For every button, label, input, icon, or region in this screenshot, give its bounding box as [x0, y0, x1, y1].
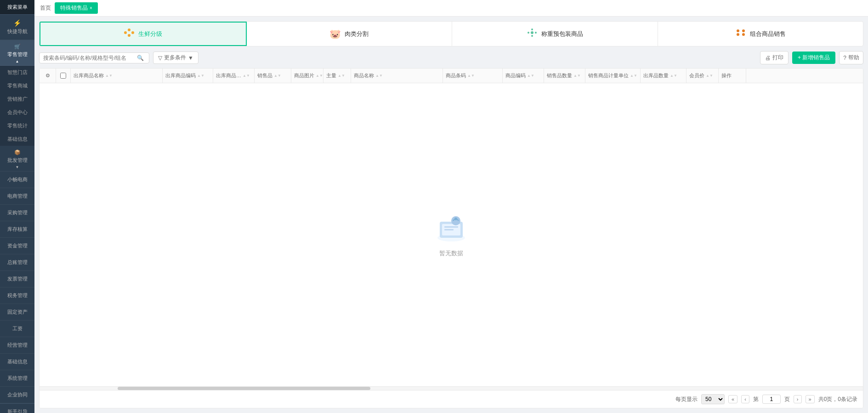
sidebar-item-purchase-mgmt[interactable]: 采购管理: [0, 205, 34, 221]
topbar-active-tab[interactable]: 特殊销售品 ×: [55, 2, 98, 14]
th-sale[interactable]: 销售品 ▲▼: [255, 69, 291, 83]
search-box[interactable]: 🔍: [39, 52, 149, 63]
th-barcode-sort[interactable]: ▲▼: [467, 74, 475, 78]
category-tab-combo[interactable]: 组合商品销售: [658, 22, 863, 46]
sidebar-item-general-ledger[interactable]: 总账管理: [0, 254, 34, 271]
filter-button[interactable]: ▽ 更多条件 ▼: [153, 52, 199, 64]
th-editcode[interactable]: 商品编码 ▲▼: [503, 69, 544, 83]
sidebar-sub-item-member[interactable]: 会员中心: [0, 106, 34, 119]
category-tab-fresh-grade[interactable]: 生鲜分级: [40, 22, 247, 46]
sidebar-item-inventory[interactable]: 库存核算: [0, 221, 34, 238]
th-outqty-label: 出库品数量: [643, 72, 669, 79]
th-name-sort[interactable]: ▲▼: [375, 74, 383, 78]
th-saleunit-label: 销售商品计量单位: [588, 72, 629, 79]
th-outname[interactable]: 出库商品名称 ▲▼: [71, 69, 163, 83]
th-price-sort[interactable]: ▲▼: [706, 74, 713, 78]
sidebar-item-retail-mgmt[interactable]: 🛒 零售管理 ▲: [0, 40, 34, 66]
next-page-button[interactable]: ›: [794, 395, 802, 403]
sidebar-item-tax[interactable]: 税务管理: [0, 287, 34, 304]
help-label: 帮助: [848, 54, 859, 62]
th-outname-sort[interactable]: ▲▼: [105, 74, 113, 78]
quick-nav-icon: ⚡: [13, 19, 21, 27]
first-page-button[interactable]: «: [728, 395, 738, 403]
svg-point-17: [454, 218, 457, 220]
th-name[interactable]: 商品名称 ▲▼: [351, 69, 443, 83]
sidebar-item-capital[interactable]: 资金管理: [0, 238, 34, 254]
help-button[interactable]: ? 帮助: [839, 51, 863, 64]
category-tab-meat-cut[interactable]: 🐷 肉类分割: [247, 22, 453, 46]
th-img-sort[interactable]: ▲▼: [316, 74, 323, 78]
sidebar-item-fixed-assets[interactable]: 固定资产: [0, 304, 34, 321]
sidebar-item-ecom-mgmt[interactable]: 电商管理: [0, 188, 34, 205]
sidebar-item-wholesale-mgmt[interactable]: 📦 批发管理 ▼: [0, 146, 34, 172]
sidebar-logo: 搜索菜单: [0, 0, 34, 15]
topbar-home[interactable]: 首页: [40, 4, 51, 12]
sidebar: 搜索菜单 ⚡ 快捷导航 🛒 零售管理 ▲ 智慧门店 零售商城 营销推广 会员中心…: [0, 0, 34, 413]
scrollbar-thumb[interactable]: [118, 387, 370, 390]
th-outspec[interactable]: 出库商品… ▲▼: [213, 69, 255, 83]
page-number-input[interactable]: [762, 395, 781, 404]
sidebar-item-mini-ecom[interactable]: 小畅电商: [0, 172, 34, 188]
th-weight[interactable]: 主量 ▲▼: [323, 69, 351, 83]
sidebar-item-invoice[interactable]: 发票管理: [0, 271, 34, 287]
th-outcode[interactable]: 出库商品编码 ▲▼: [163, 69, 213, 83]
fresh-grade-label: 生鲜分级: [138, 30, 162, 38]
th-action: 操作: [719, 69, 746, 83]
th-img[interactable]: 商品图片 ▲▼: [291, 69, 323, 83]
toolbar: 🔍 ▽ 更多条件 ▼ 🖨 打印 + 新增销售品 ? 帮助: [39, 51, 863, 64]
empty-text: 暂无数据: [439, 249, 463, 258]
category-tabs: 生鲜分级 🐷 肉类分割 称重预包装商品: [39, 21, 863, 46]
table-body: 暂无数据: [40, 83, 863, 386]
th-saleqty[interactable]: 销售品数量 ▲▼: [544, 69, 585, 83]
topbar-tab-close[interactable]: ×: [90, 6, 92, 11]
wholesale-arrow: ▼: [16, 165, 19, 169]
th-checkbox[interactable]: [56, 69, 71, 83]
sidebar-item-sys-mgmt[interactable]: 系统管理: [0, 370, 34, 387]
th-price[interactable]: 会员价 ▲▼: [686, 69, 719, 83]
page-size-select[interactable]: 50 10 20 100: [701, 394, 725, 404]
th-outqty[interactable]: 出库品数量 ▲▼: [641, 69, 686, 83]
th-settings[interactable]: ⚙: [40, 69, 56, 83]
th-sale-sort[interactable]: ▲▼: [274, 74, 281, 78]
help-icon: ?: [843, 55, 846, 61]
th-weight-sort[interactable]: ▲▼: [338, 74, 345, 78]
horizontal-scrollbar[interactable]: [40, 386, 863, 390]
print-label: 打印: [772, 54, 783, 62]
category-tab-weight-pack[interactable]: 称重预包装商品: [452, 22, 658, 46]
svg-point-2: [131, 31, 134, 34]
last-page-button[interactable]: »: [806, 395, 815, 403]
sidebar-sub-item-basic-info[interactable]: 基础信息: [0, 132, 34, 146]
th-img-label: 商品图片: [294, 72, 314, 79]
page-size-label: 每页显示: [675, 396, 698, 403]
sidebar-sub-item-retail-stats[interactable]: 零售统计: [0, 119, 34, 132]
print-button[interactable]: 🖨 打印: [760, 51, 789, 64]
select-all-checkbox[interactable]: [60, 73, 66, 79]
svg-rect-19: [444, 229, 454, 230]
th-outname-label: 出库商品名称: [74, 72, 104, 79]
prev-page-button[interactable]: ‹: [741, 395, 749, 403]
sidebar-item-ops-mgmt[interactable]: 经营管理: [0, 337, 34, 354]
sidebar-item-salary[interactable]: 工资: [0, 321, 34, 337]
svg-point-3: [128, 34, 130, 37]
th-outcode-sort[interactable]: ▲▼: [197, 74, 204, 78]
sidebar-item-new-guide[interactable]: 新手引导: [0, 404, 34, 413]
th-saleqty-sort[interactable]: ▲▼: [573, 74, 581, 78]
sidebar-item-quick-nav[interactable]: ⚡ 快捷导航: [0, 15, 34, 40]
retail-mgmt-icon: 🛒: [14, 44, 21, 50]
sidebar-sub-item-smart-store[interactable]: 智慧门店: [0, 66, 34, 79]
add-button[interactable]: + 新增销售品: [792, 52, 835, 64]
th-barcode[interactable]: 商品条码 ▲▼: [443, 69, 503, 83]
wholesale-icon: 📦: [14, 149, 21, 155]
th-outspec-label: 出库商品…: [216, 72, 241, 79]
meat-cut-icon: 🐷: [329, 29, 341, 40]
th-editcode-sort[interactable]: ▲▼: [527, 74, 534, 78]
sidebar-sub-item-promo[interactable]: 营销推广: [0, 92, 34, 106]
th-outspec-sort[interactable]: ▲▼: [243, 74, 250, 78]
th-saleunit[interactable]: 销售商品计量单位 ▲▼: [585, 69, 641, 83]
th-outqty-sort[interactable]: ▲▼: [670, 74, 677, 78]
search-input[interactable]: [43, 55, 135, 61]
sidebar-item-enterprise[interactable]: 企业协同: [0, 387, 34, 403]
sidebar-item-basic-info2[interactable]: 基础信息: [0, 354, 34, 370]
sidebar-sub-item-retail-mall[interactable]: 零售商城: [0, 79, 34, 92]
th-saleunit-sort[interactable]: ▲▼: [630, 74, 637, 78]
